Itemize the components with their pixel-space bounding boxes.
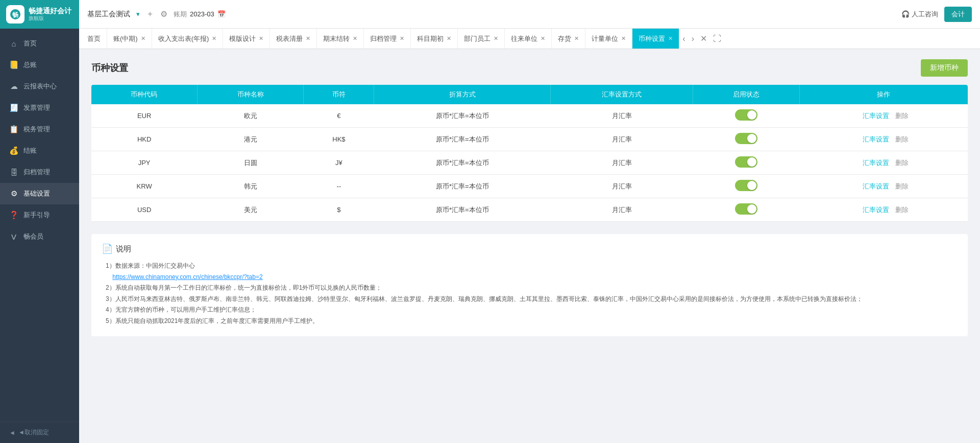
sidebar-item-settle[interactable]: 💰 结账 — [0, 140, 79, 161]
rate-setting-btn-4[interactable]: 汇率设置 — [863, 206, 889, 214]
tab-12[interactable]: 币种设置✕ — [632, 29, 679, 49]
maximize-icon: ⛶ — [713, 34, 721, 43]
sidebar-item-guide[interactable]: ❓ 新手引导 — [0, 204, 79, 226]
tab-0[interactable]: 首页 — [81, 29, 107, 49]
tab-close-all[interactable]: ✕ — [697, 29, 710, 49]
rate-setting-btn-0[interactable]: 汇率设置 — [863, 112, 889, 120]
delete-btn-0[interactable]: 删除 — [895, 112, 909, 120]
archive-label: 归档管理 — [23, 168, 50, 177]
period-value: 2023-03 — [190, 10, 214, 18]
pin-icon: ◄ — [9, 429, 15, 436]
reports-label: 云报表中心 — [23, 82, 57, 91]
settings-icon[interactable]: ⚙ — [160, 9, 167, 19]
sidebar-item-reports[interactable]: ☁ 云报表中心 — [0, 76, 79, 97]
cell-code-2: JPY — [91, 151, 197, 175]
notice-link[interactable]: https://www.chinamoney.com.cn/chinese/bk… — [112, 273, 262, 281]
col-header-3: 折算方式 — [374, 85, 551, 104]
ledger-label: 总账 — [23, 60, 37, 69]
delete-btn-1[interactable]: 删除 — [895, 135, 909, 143]
notice-item-0: 1）数据来源：中国外汇交易中心 — [102, 261, 958, 272]
calendar-icon[interactable]: 📅 — [217, 10, 226, 18]
notice-item-1: https://www.chinamoney.com.cn/chinese/bk… — [102, 272, 958, 283]
tab-2[interactable]: 收入支出表(年报)✕ — [152, 29, 224, 49]
tab-close-4[interactable]: ✕ — [306, 35, 310, 42]
toggle-3[interactable] — [735, 180, 757, 191]
toggle-track-4 — [735, 203, 757, 215]
tab-close-11[interactable]: ✕ — [621, 35, 626, 42]
cell-enabled-4 — [693, 198, 800, 222]
rate-setting-btn-3[interactable]: 汇率设置 — [863, 182, 889, 190]
headset-icon: 🎧 — [901, 10, 910, 18]
support-btn[interactable]: 🎧 人工咨询 — [901, 10, 938, 19]
tab-scroll-left[interactable]: ‹ — [679, 29, 688, 49]
tab-8[interactable]: 部门员工✕ — [458, 29, 505, 49]
tab-4[interactable]: 税表清册✕ — [270, 29, 317, 49]
tab-close-10[interactable]: ✕ — [574, 35, 579, 42]
pin-label: ◄取消固定 — [18, 428, 49, 437]
user-role-btn[interactable]: 会计 — [944, 7, 972, 22]
close-all-icon: ✕ — [700, 34, 707, 43]
delete-btn-4[interactable]: 删除 — [895, 206, 909, 214]
sidebar-item-invoice[interactable]: 🧾 发票管理 — [0, 97, 79, 119]
cell-symbol-4: $ — [304, 198, 374, 222]
notice-title: 📄 说明 — [102, 243, 958, 254]
tab-10[interactable]: 存货✕ — [552, 29, 585, 49]
sidebar-item-archive[interactable]: 🗄 归档管理 — [0, 161, 79, 183]
delete-btn-3[interactable]: 删除 — [895, 182, 909, 190]
tab-close-3[interactable]: ✕ — [259, 35, 263, 42]
tab-close-2[interactable]: ✕ — [212, 35, 216, 42]
cell-method-1: 原币*汇率=本位币 — [374, 128, 551, 151]
cell-enabled-0 — [693, 104, 800, 128]
tab-maximize[interactable]: ⛶ — [710, 29, 724, 49]
tab-5[interactable]: 期末结转✕ — [317, 29, 364, 49]
sidebar-item-member[interactable]: V 畅会员 — [0, 226, 79, 247]
new-currency-btn[interactable]: 新增币种 — [921, 59, 968, 77]
guide-label: 新手引导 — [23, 211, 50, 220]
tab-6[interactable]: 归档管理✕ — [364, 29, 411, 49]
page-header: 币种设置 新增币种 — [91, 59, 968, 77]
col-header-6: 操作 — [799, 85, 968, 104]
invoice-label: 发票管理 — [23, 103, 50, 112]
tab-close-5[interactable]: ✕ — [353, 35, 357, 42]
toggle-track-3 — [735, 180, 757, 191]
tab-label-12: 币种设置 — [639, 34, 665, 43]
tab-close-6[interactable]: ✕ — [400, 35, 404, 42]
tab-7[interactable]: 科目期初✕ — [411, 29, 458, 49]
toggle-2[interactable] — [735, 156, 757, 168]
content-area: 币种设置 新增币种 币种代码币种名称币符折算方式汇率设置方式启用状态操作 EUR… — [79, 49, 980, 443]
sidebar-pin-toggle[interactable]: ◄ ◄取消固定 — [0, 422, 79, 443]
app-logo: 畅 畅捷通好会计 旗舰版 — [0, 0, 79, 29]
toggle-4[interactable] — [735, 203, 757, 215]
tab-3[interactable]: 模版设计✕ — [223, 29, 270, 49]
tab-close-9[interactable]: ✕ — [541, 35, 545, 42]
add-company-btn[interactable]: ＋ — [146, 9, 154, 19]
delete-btn-2[interactable]: 删除 — [895, 159, 909, 167]
tab-close-1[interactable]: ✕ — [141, 35, 145, 42]
sidebar-item-tax[interactable]: 📋 税务管理 — [0, 119, 79, 140]
tab-close-8[interactable]: ✕ — [494, 35, 498, 42]
sidebar-item-ledger[interactable]: 📒 总账 — [0, 54, 79, 76]
table-row: KRW 韩元 -- 原币*汇率=本位币 月汇率 汇率设置 删除 — [91, 175, 968, 198]
sidebar-item-home[interactable]: ⌂ 首页 — [0, 33, 79, 54]
cell-rate-type-2: 月汇率 — [551, 151, 693, 175]
toggle-thumb-0 — [747, 110, 756, 120]
chevron-right-icon: › — [692, 34, 694, 43]
sidebar-item-basic[interactable]: ⚙ 基础设置 — [0, 183, 79, 204]
toggle-0[interactable] — [735, 109, 757, 121]
tab-label-7: 科目期初 — [417, 34, 444, 43]
toggle-1[interactable] — [735, 133, 757, 144]
archive-icon: 🗄 — [9, 168, 18, 177]
rate-setting-btn-1[interactable]: 汇率设置 — [863, 135, 889, 143]
tab-scroll-right[interactable]: › — [689, 29, 697, 49]
tab-close-12[interactable]: ✕ — [668, 35, 673, 42]
tab-close-7[interactable]: ✕ — [447, 35, 451, 42]
company-dropdown[interactable]: ▾ — [136, 10, 140, 18]
rate-setting-btn-2[interactable]: 汇率设置 — [863, 159, 889, 167]
toggle-thumb-4 — [747, 204, 756, 214]
tab-11[interactable]: 计量单位✕ — [585, 29, 632, 49]
col-header-5: 启用状态 — [693, 85, 800, 104]
tab-1[interactable]: 账(中期)✕ — [107, 29, 152, 49]
cell-action-3: 汇率设置 删除 — [799, 175, 968, 198]
basic-label: 基础设置 — [23, 189, 50, 198]
tab-9[interactable]: 往来单位✕ — [505, 29, 552, 49]
